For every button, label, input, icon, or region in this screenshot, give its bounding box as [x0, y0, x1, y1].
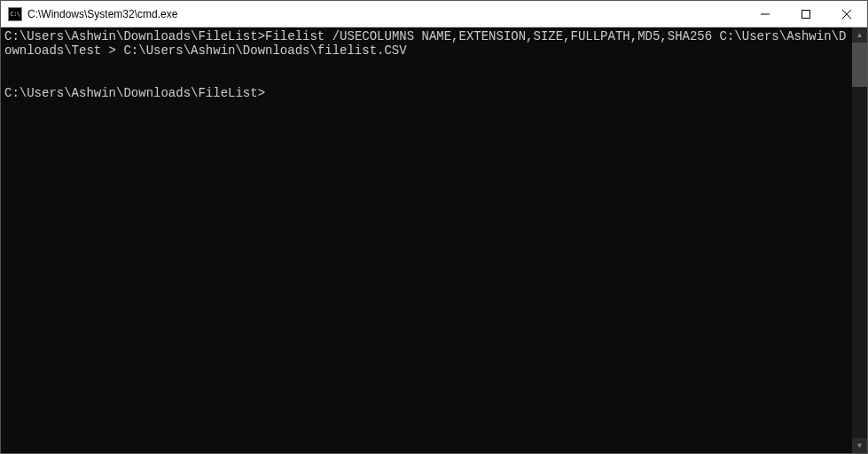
minimize-icon — [761, 10, 770, 19]
prompt-text: C:\Users\Ashwin\Downloads\FileList> — [4, 86, 265, 100]
minimize-button[interactable] — [745, 1, 786, 27]
close-icon — [842, 10, 851, 19]
close-button[interactable] — [826, 1, 867, 27]
scroll-down-arrow-icon[interactable]: ▼ — [852, 438, 867, 453]
svg-rect-1 — [802, 10, 810, 18]
window-controls — [745, 1, 867, 27]
scroll-up-arrow-icon[interactable]: ▲ — [852, 27, 867, 43]
cmd-window: C:\ C:\Windows\System32\cmd.exe C:\Users… — [0, 0, 868, 454]
terminal-area: C:\Users\Ashwin\Downloads\FileList>Filel… — [1, 27, 867, 453]
window-title: C:\Windows\System32\cmd.exe — [27, 8, 745, 20]
cmd-icon: C:\ — [8, 7, 22, 21]
maximize-button[interactable] — [786, 1, 826, 27]
terminal-output[interactable]: C:\Users\Ashwin\Downloads\FileList>Filel… — [1, 27, 852, 453]
scrollbar-thumb[interactable] — [852, 43, 867, 87]
scrollbar-track[interactable] — [852, 43, 867, 438]
titlebar[interactable]: C:\ C:\Windows\System32\cmd.exe — [1, 1, 867, 27]
prompt-text: C:\Users\Ashwin\Downloads\FileList> — [4, 29, 265, 43]
maximize-icon — [802, 10, 810, 19]
vertical-scrollbar[interactable]: ▲ ▼ — [852, 27, 867, 453]
